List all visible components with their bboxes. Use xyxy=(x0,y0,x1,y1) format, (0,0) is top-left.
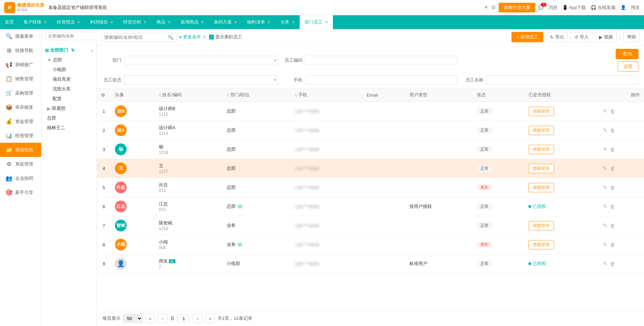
auth-button[interactable]: 授权登录 xyxy=(528,240,554,249)
sys-title-arrow[interactable]: ▼ xyxy=(484,5,488,10)
auth-button[interactable]: 授权登录 xyxy=(528,107,554,116)
col-phone[interactable]: ↕ 手机 xyxy=(291,88,363,102)
auth-button[interactable]: 授权登录 xyxy=(528,221,554,230)
nav-close-profit[interactable]: ✕ xyxy=(110,15,114,29)
delete-button[interactable]: 🗑 xyxy=(610,166,615,171)
nav-close-dept[interactable]: ✕ xyxy=(325,15,328,29)
nav-purchase[interactable]: 🛒 采购管理 xyxy=(0,86,41,100)
show-inactive-checkbox[interactable]: ✓ xyxy=(209,35,214,39)
filter-phone-input[interactable] xyxy=(305,75,457,85)
trial-button[interactable]: 体验行业方案 xyxy=(499,3,535,12)
nav-bom[interactable]: 物料清单 ✕ xyxy=(242,15,275,29)
col-dept[interactable]: ↕ 部门/职位 xyxy=(223,88,290,102)
query-button[interactable]: 查询 xyxy=(616,49,638,59)
auth-button[interactable]: 授权登录 xyxy=(528,183,554,192)
edit-button[interactable]: ✎ xyxy=(603,241,607,248)
nav-home[interactable]: 首页 xyxy=(0,15,19,29)
search-input[interactable] xyxy=(104,35,166,40)
filter-name-input[interactable] xyxy=(486,75,638,85)
show-inactive-wrap[interactable]: ✓ 显示离职员工 xyxy=(209,34,242,40)
edit-button[interactable]: ✎ xyxy=(603,261,607,267)
page-input[interactable] xyxy=(178,315,190,323)
filter-dept-select[interactable] xyxy=(124,56,278,65)
nav-goods[interactable]: 商品 ✕ xyxy=(152,15,176,29)
nav-operation-mgmt[interactable]: 📊 经营管理 xyxy=(0,129,41,143)
dept-all[interactable]: ⊞ 全部部门 ✎ « xyxy=(42,45,97,55)
nav-close-warehouse[interactable]: ✕ xyxy=(291,15,295,29)
nav-customer[interactable]: 客户联络 ✕ xyxy=(19,15,52,29)
nav-close-customer[interactable]: ✕ xyxy=(44,15,47,29)
nav-warehouse[interactable]: 仓库 ✕ xyxy=(275,15,300,29)
edit-button[interactable]: ✎ xyxy=(603,108,607,114)
nav-marketing[interactable]: 📢 营销推广 xyxy=(0,58,41,72)
nav-dept-staff[interactable]: 部门员工 ✕ xyxy=(300,15,333,29)
nav-close-barcode[interactable]: ✕ xyxy=(234,15,237,29)
view-button[interactable]: ▶视频 xyxy=(595,32,617,42)
next-page-btn[interactable]: › xyxy=(193,314,202,323)
col-name[interactable]: ↕ 姓名/编码 xyxy=(155,88,223,102)
nav-inventory[interactable]: 📦 库存核算 xyxy=(0,100,41,114)
dept-edit-icon[interactable]: ✎ xyxy=(71,48,75,53)
filter-status-select[interactable] xyxy=(124,75,278,85)
auth-button[interactable]: 授权登录 xyxy=(528,145,554,154)
nav-sales[interactable]: 📋 销售管理 xyxy=(0,72,41,86)
dept-general[interactable]: ▼ 总部 xyxy=(42,55,97,65)
dept-collapse-icon[interactable]: « xyxy=(91,48,93,53)
nav-close-operation[interactable]: ✕ xyxy=(77,15,80,29)
add-employee-button[interactable]: + 新增员工 xyxy=(511,32,543,42)
nav-basic-info[interactable]: 📁 基础信息 xyxy=(0,143,41,157)
delete-button[interactable]: 🗑 xyxy=(610,242,615,248)
nav-barcode[interactable]: 条码方案 ✕ xyxy=(209,15,242,29)
dept-shuanglu[interactable]: ▶ 双鹿想 xyxy=(42,104,97,113)
nav-journey[interactable]: 经营历程 ✕ xyxy=(118,15,152,29)
last-page-btn[interactable]: » xyxy=(205,314,215,323)
delete-button[interactable]: 🗑 xyxy=(610,261,615,267)
nav-close-journey[interactable]: ✕ xyxy=(143,15,147,29)
dept-hq[interactable]: 总部 xyxy=(42,113,97,123)
export-button[interactable]: ↻导出 xyxy=(546,32,568,42)
dept-zhishu[interactable]: 植树王二 xyxy=(42,123,97,133)
nav-finance[interactable]: 💰 资金管理 xyxy=(0,114,41,129)
auth-button[interactable]: 授权登录 xyxy=(528,164,554,173)
edit-button[interactable]: ✎ xyxy=(603,146,607,152)
dept-distribution[interactable]: 配货 xyxy=(42,94,97,104)
nav-close-bom[interactable]: ✕ xyxy=(267,15,271,29)
import-button[interactable]: ↺导入 xyxy=(571,32,592,42)
dept-project-room[interactable]: 项目库房 xyxy=(42,74,97,84)
help-button[interactable]: 帮助 xyxy=(623,32,640,42)
set-button[interactable]: 设置 xyxy=(618,61,638,72)
delete-button[interactable]: 🗑 xyxy=(610,204,615,210)
nav-close-goods[interactable]: ✕ xyxy=(167,15,171,29)
nav-close-add-goods[interactable]: ✕ xyxy=(201,15,204,29)
col-settings[interactable]: ⚙ xyxy=(97,88,111,102)
filter-code-input[interactable] xyxy=(305,56,457,65)
nav-profit[interactable]: 利润报告 ✕ xyxy=(85,15,118,29)
user-avatar[interactable]: 👤 xyxy=(620,5,626,10)
page-size-select[interactable]: 50 20 100 xyxy=(123,314,143,323)
edit-button[interactable]: ✎ xyxy=(603,222,607,229)
filter-btn[interactable]: ▾ 更多条件 ∧ xyxy=(179,34,206,40)
nav-quick-nav[interactable]: ⊞ 快捷导航 xyxy=(0,43,41,58)
edit-button[interactable]: ✎ xyxy=(603,203,607,210)
delete-button[interactable]: 🗑 xyxy=(610,223,615,229)
nav-collab[interactable]: 👥 企业协同 xyxy=(0,171,41,185)
message-btn[interactable]: 💬 5 xyxy=(538,5,544,10)
prev-page-btn[interactable]: ‹ xyxy=(158,314,167,323)
online-service-btn[interactable]: 🎧 在线客服 xyxy=(591,5,616,11)
edit-button[interactable]: ✎ xyxy=(603,184,607,191)
dept-search-input[interactable] xyxy=(45,32,103,40)
delete-button[interactable]: 🗑 xyxy=(610,185,615,191)
dept-shenyang[interactable]: 沈阳大库 xyxy=(42,84,97,94)
auth-button[interactable]: 授权登录 xyxy=(528,126,554,135)
nav-system[interactable]: ⚙ 系统管理 xyxy=(0,157,41,171)
nav-guide[interactable]: 🎯 新手引导 xyxy=(0,185,41,200)
edit-button[interactable]: ✎ xyxy=(603,127,607,133)
edit-button[interactable]: ✎ xyxy=(603,165,607,171)
delete-button[interactable]: 🗑 xyxy=(610,108,615,114)
delete-button[interactable]: 🗑 xyxy=(610,127,615,133)
app-download-btn[interactable]: 📱 App下载 xyxy=(562,5,586,11)
nav-search-menu[interactable]: 🔍 搜索菜单 xyxy=(0,29,41,43)
first-page-btn[interactable]: « xyxy=(145,314,155,323)
nav-operation[interactable]: 经营情况 ✕ xyxy=(52,15,85,29)
dept-small-elec[interactable]: 小电部 xyxy=(42,65,97,74)
